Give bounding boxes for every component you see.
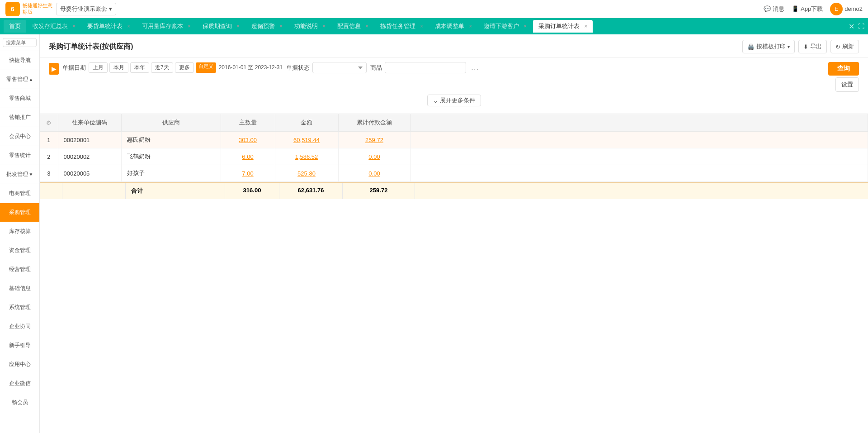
cell-qty[interactable]: 303.00 (221, 132, 275, 148)
sidebar-item-label: 基础信息 (9, 285, 31, 291)
sidebar-item-retail-mgmt[interactable]: 零售管理 ▲ (0, 70, 39, 89)
close-icon[interactable]: × (322, 23, 326, 29)
tab-label: 可用量库存账本 (142, 22, 183, 30)
cell-paid[interactable]: 0.00 (338, 165, 410, 182)
settings-button[interactable]: 设置 (835, 77, 859, 92)
messages-button[interactable]: 💬 消息 (764, 5, 784, 13)
date-shortcut-this-month[interactable]: 本月 (109, 62, 128, 73)
gear-icon[interactable]: ⚙ (46, 119, 52, 126)
date-shortcut-more[interactable]: 更多 (175, 62, 194, 73)
close-icon[interactable]: × (584, 23, 587, 29)
sidebar-item-operation[interactable]: 经营管理 (0, 260, 39, 279)
close-icon[interactable]: × (469, 23, 472, 29)
app-download-button[interactable]: 📱 App下载 (792, 5, 823, 13)
sidebar-item-newbie[interactable]: 新手引导 (0, 336, 39, 355)
sidebar-item-label: 批发管理 (6, 171, 28, 178)
sidebar-item-label: 电商管理 (9, 190, 31, 196)
main-layout: 快捷导航 零售管理 ▲ 零售商城 营销推广 会员中心 零售统计 批发管理 ▼ 电… (0, 34, 868, 433)
sidebar-item-member-center[interactable]: 会员中心 (0, 127, 39, 146)
goods-more-button[interactable]: … (469, 63, 481, 72)
sidebar-item-label: 畅会员 (12, 399, 28, 405)
cell-extra (410, 165, 868, 182)
refresh-button[interactable]: ↻ 刷新 (830, 40, 859, 53)
date-shortcut-7days[interactable]: 近7天 (151, 62, 173, 73)
close-icon[interactable]: × (365, 23, 368, 29)
sidebar-item-finance[interactable]: 资金管理 (0, 241, 39, 260)
table-row: 300020005好孩子7.00525.800.00 (40, 165, 868, 182)
tab-keyongliangku[interactable]: 可用量库存账本 × (137, 20, 196, 33)
close-icon[interactable]: × (236, 23, 240, 29)
cell-paid[interactable]: 0.00 (338, 148, 410, 165)
cell-code: 00020001 (58, 132, 121, 148)
close-icon[interactable]: × (188, 23, 191, 29)
nav-expand-icon[interactable]: ⛶ (858, 23, 864, 30)
tab-label: 超储预警 (251, 22, 275, 30)
filter-toggle-button[interactable]: ▶ (49, 63, 59, 75)
cell-no: 2 (40, 148, 58, 165)
close-icon[interactable]: × (420, 23, 423, 29)
workspace-label: 母婴行业演示账套 (60, 5, 107, 13)
sidebar-item-wechat[interactable]: 企业微信 (0, 374, 39, 393)
tab-home[interactable]: 首页 (4, 20, 26, 33)
sidebar-item-ecommerce[interactable]: 电商管理 (0, 184, 39, 203)
tab-baozhi[interactable]: 保质期查询 × (197, 20, 245, 33)
tab-yaoqing[interactable]: 邀请下游客户 × (478, 20, 532, 33)
tab-gongnengshuo[interactable]: 功能说明 × (289, 20, 331, 33)
tab-yaohuodangui[interactable]: 要货单统计表 × (82, 20, 136, 33)
data-table: ⚙ 往来单位编码 供应商 主数量 金额 (40, 114, 868, 182)
expand-button[interactable]: ⌄ 展开更多条件 (427, 95, 481, 106)
expand-label: 展开更多条件 (440, 96, 475, 105)
date-shortcut-this-year[interactable]: 本年 (130, 62, 149, 73)
sidebar-item-vip[interactable]: 畅会员 (0, 393, 39, 412)
sidebar-item-label: 快捷导航 (9, 57, 31, 63)
cell-qty[interactable]: 6.00 (221, 148, 275, 165)
date-shortcuts: 上月 本月 本年 近7天 更多 自定义 (89, 62, 216, 73)
close-icon[interactable]: × (72, 23, 75, 29)
sidebar-item-quick-nav[interactable]: 快捷导航 (0, 51, 39, 70)
sidebar-item-system[interactable]: 系统管理 (0, 298, 39, 317)
close-icon[interactable]: × (279, 23, 283, 29)
tab-pihuo[interactable]: 拣货任务管理 × (375, 20, 429, 33)
sidebar-item-batch-mgmt[interactable]: 批发管理 ▼ (0, 165, 39, 184)
status-select[interactable] (312, 62, 367, 73)
sidebar-item-basic-info[interactable]: 基础信息 (0, 279, 39, 298)
tab-chengben[interactable]: 成本调整单 × (429, 20, 477, 33)
sidebar-item-label: 应用中心 (9, 361, 31, 367)
date-range-value: 2016-01-01 至 2023-12-31 (219, 64, 283, 71)
search-input[interactable] (3, 38, 37, 47)
workspace-selector[interactable]: 母婴行业演示账套 ▾ (56, 3, 116, 15)
close-icon[interactable]: × (127, 23, 130, 29)
cell-amount[interactable]: 525.80 (275, 165, 338, 182)
sidebar-search-area[interactable] (0, 34, 39, 51)
cell-paid[interactable]: 259.72 (338, 132, 410, 148)
sidebar-item-marketing[interactable]: 营销推广 (0, 108, 39, 127)
print-button[interactable]: 🖨️ 按模板打印 ▾ (742, 40, 795, 53)
tab-caigou[interactable]: 采购订单统计表 × (533, 20, 593, 33)
close-icon[interactable]: × (524, 23, 527, 29)
filter-actions-right: 查询 设置 (828, 62, 859, 92)
date-range-display: 2016-01-01 至 2023-12-31 (219, 64, 283, 71)
cell-amount[interactable]: 1,586.52 (275, 148, 338, 165)
goods-input[interactable] (385, 62, 466, 73)
sidebar-item-retail-store[interactable]: 零售商城 (0, 89, 39, 108)
cell-qty[interactable]: 7.00 (221, 165, 275, 182)
sidebar-item-inventory[interactable]: 库存核算 (0, 222, 39, 241)
sidebar-item-label: 采购管理 (9, 209, 31, 215)
tab-chaochuyujing[interactable]: 超储预警 × (246, 20, 288, 33)
export-button[interactable]: ⬇ 导出 (798, 40, 827, 53)
query-button[interactable]: 查询 (828, 62, 859, 76)
tab-peizhixinxi[interactable]: 配置信息 × (332, 20, 374, 33)
sidebar-item-retail-stats[interactable]: 零售统计 (0, 146, 39, 165)
user-profile[interactable]: E demo2 (830, 3, 863, 15)
date-shortcut-last-month[interactable]: 上月 (89, 62, 108, 73)
table-row: 200020002飞鹤奶粉6.001,586.520.00 (40, 148, 868, 165)
tab-label: 功能说明 (294, 22, 318, 30)
cell-amount[interactable]: 60,519.44 (275, 132, 338, 148)
content-area: 采购订单统计表(按供应商) 🖨️ 按模板打印 ▾ ⬇ 导出 ↻ 刷新 (40, 34, 868, 433)
tab-shoufahuizong[interactable]: 收发存汇总表 × (27, 20, 81, 33)
sidebar-item-app-center[interactable]: 应用中心 (0, 355, 39, 374)
sidebar-item-purchase-mgmt[interactable]: 采购管理 (0, 203, 39, 222)
nav-close-icon[interactable]: ✕ (849, 22, 854, 31)
sidebar-item-enterprise[interactable]: 企业协同 (0, 317, 39, 336)
cell-no: 3 (40, 165, 58, 182)
